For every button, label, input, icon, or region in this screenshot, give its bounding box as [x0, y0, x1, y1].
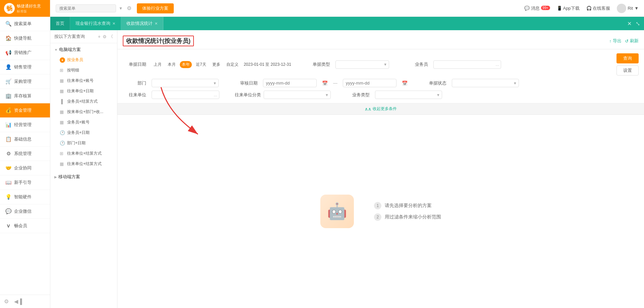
sidebar-item-marketing[interactable]: 📢 营销推广 — [0, 46, 50, 60]
tabbar-right: ✕ ⤡ — [623, 17, 644, 30]
tab-expand-icon[interactable]: ⤡ — [636, 20, 640, 27]
inventory-icon: 🏢 — [5, 93, 11, 99]
date-btn-last-month[interactable]: 上月 — [152, 61, 164, 68]
partner-more-icon[interactable]: … — [214, 93, 217, 97]
topbar-right: 💬 消息 99+ 📱 App下载 🎧 在线客服 Rit ▼ — [524, 4, 639, 13]
biz-type-select-wrap: ▼ — [375, 91, 442, 99]
collapse-bar[interactable]: ∧∧ 收起更多条件 — [117, 103, 644, 115]
hardware-icon: 💡 — [5, 194, 11, 200]
sidebar-item-operations[interactable]: 📊 经营管理 — [0, 118, 50, 132]
desktop-scheme-header[interactable]: ▼ 电脑端方案 — [50, 45, 117, 55]
scheme-item-partner-dept[interactable]: ▦ 按来单位+部门+收... — [50, 107, 117, 117]
logo-text: 畅捷通好生意 标准版 — [17, 3, 41, 14]
dept-select-wrap: ▼ — [152, 79, 219, 87]
staff-input[interactable] — [433, 60, 501, 69]
sidebar-item-finance[interactable]: 💰 资金管理 — [0, 103, 50, 118]
sidebar-item-basic-info[interactable]: 📋 基础信息 — [0, 132, 50, 147]
date-btn-more[interactable]: 更多 — [210, 61, 222, 68]
panel-settings-icon[interactable]: ⚙ — [103, 34, 107, 39]
sales-icon: 👤 — [5, 64, 11, 70]
scheme-item-staff-account[interactable]: ▦ 业务员+账号 — [50, 117, 117, 127]
sidebar-item-member[interactable]: V 畅会员 — [0, 219, 50, 233]
tab-bank-flow-close[interactable]: ✕ — [112, 21, 115, 26]
review-date-from-calendar[interactable]: 📅 — [322, 81, 328, 86]
clock-icon-1: 🕐 — [60, 130, 65, 135]
doc-status-select[interactable] — [452, 79, 519, 87]
sidebar: 畅 畅捷通好生意 标准版 🔍 搜索菜单 🏠 快捷导航 📢 营销推广 👤 销售管理… — [0, 0, 50, 308]
sidebar-item-guide[interactable]: 📖 新手引导 — [0, 175, 50, 190]
query-button[interactable]: 查询 — [616, 53, 639, 63]
partner-input[interactable] — [152, 91, 219, 99]
mobile-scheme-header[interactable]: ▶ 移动端方案 — [50, 172, 117, 182]
tip-number-2: 2 — [374, 213, 381, 221]
tab-collection-stats-close[interactable]: ✕ — [155, 21, 158, 26]
operations-icon: 📊 — [5, 122, 11, 128]
left-panel: 按以下方案查询 + ⚙ 《 ▼ 电脑端方案 ● 按业务员 ⊞ — [50, 30, 117, 308]
sidebar-item-system[interactable]: ⚙ 系统管理 — [0, 147, 50, 161]
biz-type-select[interactable] — [375, 91, 442, 99]
review-date-to[interactable] — [343, 79, 396, 87]
bar-icon: ▐ — [60, 99, 65, 104]
dept-select[interactable] — [152, 79, 219, 87]
trial-button[interactable]: 体验行业方案 — [137, 3, 174, 13]
messages-label[interactable]: 💬 消息 99+ — [524, 5, 550, 11]
filter-row-3: 往来单位 … 往来单位分类 ▼ 业务类型 — [123, 91, 639, 99]
sidebar-item-sales[interactable]: 👤 销售管理 — [0, 60, 50, 74]
staff-more-icon[interactable]: … — [495, 62, 499, 66]
table-icon-4: ▦ — [60, 120, 65, 125]
panel-collapse-icon[interactable]: 《 — [109, 34, 113, 40]
home-icon: 🏠 — [5, 35, 11, 41]
finance-icon: 💰 — [5, 107, 11, 113]
sidebar-item-inventory[interactable]: 🏢 库存核算 — [0, 89, 50, 103]
topbar-gear-icon[interactable]: ⚙ — [127, 5, 131, 11]
date-btn-this-year[interactable]: 本年 — [180, 61, 192, 68]
sidebar-item-wechat[interactable]: 💬 企业微信 — [0, 204, 50, 219]
tab-bank-flow[interactable]: 现金银行流水查询 ✕ — [70, 17, 121, 30]
scheme-item-partner-account[interactable]: ▦ 往来单位+账号 — [50, 75, 117, 86]
scheme-item-by-staff[interactable]: ● 按业务员 — [50, 55, 117, 65]
sidebar-item-quick-nav[interactable]: 🏠 快捷导航 — [0, 31, 50, 46]
empty-tips: 1 请先选择要分析的方案 2 用过滤条件来缩小分析范围 — [374, 202, 441, 221]
review-date-from[interactable] — [263, 79, 317, 87]
app-download-link[interactable]: 📱 App下载 — [557, 5, 580, 11]
scheme-item-partner-settle1[interactable]: ⊞ 往来单位+结算方式 — [50, 148, 117, 159]
topbar-search-input[interactable] — [56, 4, 116, 12]
review-date-to-calendar[interactable]: 📅 — [402, 81, 408, 86]
search-icon: 🔍 — [5, 21, 11, 27]
panel-add-icon[interactable]: + — [98, 34, 101, 39]
user-menu[interactable]: Rit ▼ — [617, 4, 639, 13]
panel-header-title: 按以下方案查询 — [54, 34, 96, 40]
online-service-link[interactable]: 🎧 在线客服 — [586, 5, 610, 11]
footer-collapse-icon[interactable]: ◀▐ — [14, 298, 22, 305]
partner-category-select[interactable] — [264, 91, 331, 99]
staff-select-wrap: … — [433, 60, 501, 69]
tab-close-all-icon[interactable]: ✕ — [627, 20, 632, 27]
empty-tip-2: 2 用过滤条件来缩小分析范围 — [374, 213, 441, 221]
scheme-item-dept-date[interactable]: 🕐 部门+日期 — [50, 138, 117, 148]
empty-state: 🤖 1 请先选择要分析的方案 2 用过滤条件来缩小分析范围 — [117, 115, 644, 308]
scheme-item-staff-date[interactable]: 🕐 业务员+日期 — [50, 127, 117, 138]
sidebar-item-search[interactable]: 🔍 搜索菜单 — [0, 17, 50, 31]
footer-settings-icon[interactable]: ⚙ — [4, 298, 9, 305]
refresh-button[interactable]: ↺ 刷新 — [625, 38, 639, 44]
tab-collection-stats[interactable]: 收款情况统计 ✕ — [121, 17, 163, 30]
topbar-dropdown-icon[interactable]: ▼ — [119, 6, 123, 11]
doc-status-label: 单据状态 — [423, 80, 446, 86]
scheme-item-staff-settle[interactable]: ▐ 业务员+结算方式 — [50, 96, 117, 107]
date-range-display: 2023-01-01 至 2023-12-31 — [244, 62, 291, 67]
sidebar-item-enterprise[interactable]: 🤝 企业协同 — [0, 161, 50, 175]
date-btn-7days[interactable]: 近7天 — [194, 61, 208, 68]
dept-label: 部门 — [123, 80, 146, 86]
sidebar-item-hardware[interactable]: 💡 智能硬件 — [0, 190, 50, 204]
sidebar-item-purchase[interactable]: 🛒 采购管理 — [0, 74, 50, 89]
export-button[interactable]: ↑ 导出 — [609, 38, 622, 44]
scheme-item-by-detail[interactable]: ⊞ 按明细 — [50, 65, 117, 75]
doc-type-select-wrap: ▼ — [335, 60, 389, 69]
settings-button[interactable]: 设置 — [616, 65, 639, 75]
scheme-item-partner-date[interactable]: ▦ 往来单位+日期 — [50, 86, 117, 96]
date-btn-this-month[interactable]: 本月 — [166, 61, 178, 68]
scheme-item-partner-settle2[interactable]: ▦ 往来单位+结算方式 — [50, 159, 117, 169]
date-btn-custom[interactable]: 自定义 — [224, 61, 240, 68]
doc-type-select[interactable] — [335, 60, 389, 69]
tab-home[interactable]: 首页 — [50, 17, 70, 30]
